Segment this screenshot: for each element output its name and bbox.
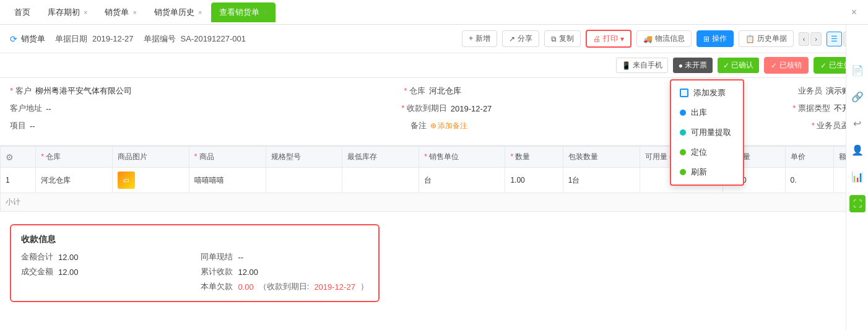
copy-button[interactable]: ⧉ 复制 <box>544 30 581 47</box>
cell-index: 1 <box>1 168 36 193</box>
cell-unit-price: 0. <box>785 168 833 193</box>
cell-spec <box>266 168 342 193</box>
add-note-button[interactable]: ⊕ 添加备注 <box>430 121 467 131</box>
print-dropdown-icon: ▾ <box>620 35 624 43</box>
dropdown-item-outbound[interactable]: 出库 <box>671 103 743 123</box>
payment-section: 收款信息 金额合计 12.00 同单现结 -- 成交金额 12.00 累计收款 … <box>0 212 868 315</box>
operations-icon: ⊞ <box>703 35 710 43</box>
refresh-label: 刷新 <box>691 167 707 178</box>
cell-product-img: 🏷 <box>112 168 189 193</box>
dropdown-item-locate[interactable]: 定位 <box>671 142 743 162</box>
confirm-button[interactable]: ✓ 已确认 <box>718 58 759 73</box>
payment-row-owed: 本单欠款 0.00 （收款到期日: 2019-12-27 ） <box>201 281 368 292</box>
doc-icon: ⟳ <box>10 34 17 44</box>
cash-label: 同单现结 <box>201 251 233 263</box>
share-button[interactable]: ↗ 分享 <box>502 30 539 47</box>
document-actions: + 新增 ↗ 分享 ⧉ 复制 🖨 打印 ▾ 🚚 物流信息 ⊞ 操作 <box>462 30 858 48</box>
tab-sales-history-label: 销货单历史 <box>154 7 194 18</box>
plus-icon: ⊕ <box>430 121 436 130</box>
col-settings: ⚙ <box>1 147 36 168</box>
address-label: 客户地址 <box>10 103 42 114</box>
dropdown-item-invoice[interactable]: 添加发票 <box>671 83 743 103</box>
cancelled-icon: ✓ <box>771 61 777 70</box>
unopened-button[interactable]: ● 未开票 <box>673 58 713 73</box>
tab-home[interactable]: 首页 <box>6 2 38 22</box>
copy-icon: ⧉ <box>551 35 557 43</box>
sidebar-icon-chart[interactable]: 📊 <box>849 168 866 185</box>
history-button[interactable]: 📋 历史单据 <box>739 30 794 47</box>
number-value: SA-20191227-001 <box>181 34 246 43</box>
salesman-label: 业务员 <box>798 85 822 97</box>
owed-suffix: （收款到期日: <box>259 281 310 292</box>
subtotal-label: 小计 <box>1 193 868 212</box>
owed-value: 0.00 <box>238 282 253 292</box>
dropdown-item-refresh[interactable]: 刷新 <box>671 162 743 182</box>
warehouse-label: 仓库 <box>404 85 426 97</box>
close-icon[interactable]: × <box>198 9 202 16</box>
customer-value: 柳州粤港平安气体有限公司 <box>35 85 132 97</box>
close-icon[interactable]: × <box>263 9 267 16</box>
document-meta: 单据日期 2019-12-27 单据编号 SA-20191227-001 <box>55 33 246 45</box>
cell-sales-unit: 台 <box>419 168 505 193</box>
doc-title-text: 销货单 <box>21 33 45 45</box>
navigation-arrows: ‹ › <box>799 32 822 46</box>
prev-button[interactable]: ‹ <box>799 32 810 46</box>
sidebar-icon-doc[interactable]: 📄 <box>849 62 866 79</box>
close-icon[interactable]: × <box>132 9 136 16</box>
deal-label: 成交金额 <box>21 266 53 277</box>
warehouse-value: 河北仓库 <box>429 85 461 97</box>
cancelled-button[interactable]: ✓ 已核销 <box>764 57 809 74</box>
tab-inventory-init[interactable]: 库存期初 × <box>40 2 95 22</box>
sidebar-icon-expand[interactable]: ⛶ <box>849 195 866 212</box>
gear-icon[interactable]: ⚙ <box>6 152 14 162</box>
green-dot-icon-2 <box>680 169 686 175</box>
next-button[interactable]: › <box>810 32 822 46</box>
project-field: 项目 -- <box>10 120 396 131</box>
logistics-button[interactable]: 🚚 物流信息 <box>636 30 692 47</box>
col-product-img: 商品图片 <box>112 147 189 168</box>
cumulative-label: 累计收款 <box>201 266 233 277</box>
operations-button[interactable]: ⊞ 操作 <box>697 30 734 47</box>
window-close-button[interactable]: × <box>846 4 862 20</box>
cell-warehouse: 河北仓库 <box>36 168 113 193</box>
secondary-toolbar: 📱 来自手机 ● 未开票 ✓ 已确认 ✓ 已核销 ✓ 已生效 <box>0 53 868 78</box>
date-value: 2019-12-27 <box>92 34 134 43</box>
payment-grid: 金额合计 12.00 同单现结 -- 成交金额 12.00 累计收款 12.00 <box>21 251 368 292</box>
checkbox-icon <box>680 89 688 97</box>
address-value: -- <box>46 104 51 113</box>
sidebar-icon-user[interactable]: 👤 <box>849 142 866 158</box>
share-icon: ↗ <box>509 35 515 43</box>
sidebar-icon-link[interactable]: 🔗 <box>849 89 866 105</box>
new-button[interactable]: + 新增 <box>462 30 497 47</box>
tab-sales-history[interactable]: 销货单历史 × <box>146 2 210 22</box>
tab-sales-order[interactable]: 销货单 × <box>97 2 144 22</box>
tab-home-label: 首页 <box>14 7 30 18</box>
date-label: 单据日期 2019-12-27 <box>55 33 134 45</box>
col-quantity: 数量 <box>505 147 563 168</box>
tab-view-sales[interactable]: 查看销货单 × <box>211 2 275 22</box>
teal-dot-icon <box>680 129 686 136</box>
owed-close: ） <box>360 281 368 292</box>
payment-title: 收款信息 <box>21 234 368 245</box>
cell-min-stock <box>342 168 419 193</box>
project-label: 项目 <box>10 120 26 131</box>
payment-row-cash: 同单现结 -- <box>201 251 368 263</box>
from-mobile-button[interactable]: 📱 来自手机 <box>616 58 668 73</box>
list-view-button[interactable]: ☰ <box>827 32 842 46</box>
payment-row-deal: 成交金额 12.00 <box>21 266 188 277</box>
col-spec: 规格型号 <box>266 147 342 168</box>
cell-quantity: 1.00 <box>505 168 563 193</box>
close-icon[interactable]: × <box>84 9 87 16</box>
product-image: 🏷 <box>118 172 135 189</box>
ticket-icon: ● <box>679 61 683 70</box>
locate-label: 定位 <box>691 147 707 158</box>
col-product: 商品 <box>189 147 266 168</box>
sidebar-icon-return[interactable]: ↩ <box>851 115 864 132</box>
blue-dot-icon <box>680 110 686 116</box>
check-icon: ✓ <box>723 61 729 70</box>
dropdown-item-available[interactable]: 可用量提取 <box>671 123 743 142</box>
customer-field: 客户 柳州粤港平安气体有限公司 <box>10 85 389 97</box>
owed-date: 2019-12-27 <box>314 282 355 292</box>
document-title: ⟳ 销货单 <box>10 33 45 45</box>
print-button[interactable]: 🖨 打印 ▾ <box>586 30 631 48</box>
